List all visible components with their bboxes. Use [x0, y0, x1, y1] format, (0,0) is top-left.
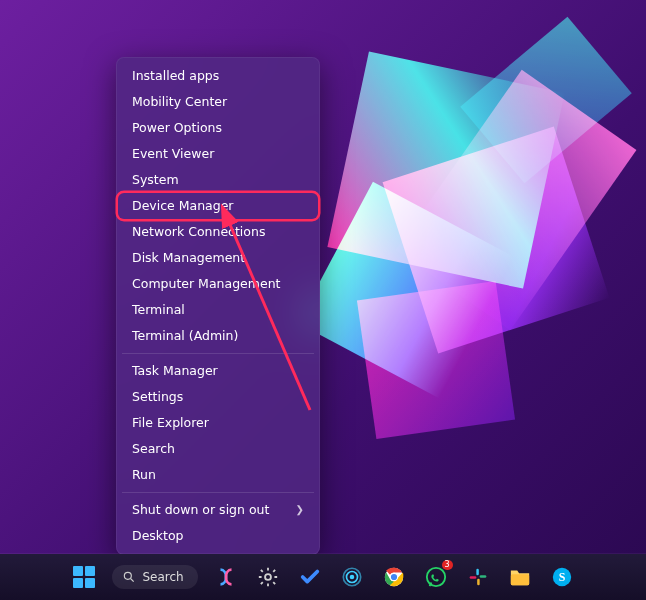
menu-item-shut-down-or-sign-out[interactable]: Shut down or sign out❯ — [118, 497, 318, 523]
menu-item-label: Power Options — [132, 121, 222, 135]
menu-item-label: Network Connections — [132, 225, 265, 239]
winx-context-menu: Installed appsMobility CenterPower Optio… — [116, 57, 320, 555]
menu-item-terminal[interactable]: Terminal — [118, 297, 318, 323]
chevron-right-icon: ❯ — [296, 503, 304, 517]
search-label: Search — [142, 570, 183, 584]
taskbar-icon-skype[interactable]: S — [548, 563, 576, 591]
menu-item-power-options[interactable]: Power Options — [118, 115, 318, 141]
menu-item-label: Desktop — [132, 529, 184, 543]
svg-point-3 — [265, 574, 271, 580]
menu-item-system[interactable]: System — [118, 167, 318, 193]
taskbar-icon-todo[interactable] — [296, 563, 324, 591]
svg-line-2 — [131, 579, 134, 582]
windows-logo-icon — [73, 566, 95, 588]
menu-item-terminal-admin-[interactable]: Terminal (Admin) — [118, 323, 318, 349]
wallpaper-art — [286, 30, 646, 460]
menu-item-label: Shut down or sign out — [132, 503, 269, 517]
taskbar-search[interactable]: Search — [112, 565, 197, 589]
menu-item-label: Run — [132, 468, 156, 482]
menu-item-label: Device Manager — [132, 199, 234, 213]
menu-item-label: Terminal — [132, 303, 185, 317]
svg-point-10 — [426, 568, 444, 586]
taskbar-icon-settings[interactable] — [254, 563, 282, 591]
menu-separator — [122, 353, 314, 354]
menu-item-label: Installed apps — [132, 69, 219, 83]
menu-item-event-viewer[interactable]: Event Viewer — [118, 141, 318, 167]
start-button[interactable] — [70, 563, 98, 591]
menu-item-task-manager[interactable]: Task Manager — [118, 358, 318, 384]
svg-rect-15 — [510, 574, 528, 585]
menu-item-file-explorer[interactable]: File Explorer — [118, 410, 318, 436]
menu-item-search[interactable]: Search — [118, 436, 318, 462]
taskbar-icon-chrome[interactable] — [380, 563, 408, 591]
menu-item-label: Disk Management — [132, 251, 245, 265]
notification-badge: 3 — [442, 560, 453, 570]
menu-item-label: File Explorer — [132, 416, 209, 430]
menu-item-run[interactable]: Run — [118, 462, 318, 488]
svg-point-4 — [349, 575, 354, 580]
menu-item-device-manager[interactable]: Device Manager — [118, 193, 318, 219]
menu-item-computer-management[interactable]: Computer Management — [118, 271, 318, 297]
menu-item-label: Terminal (Admin) — [132, 329, 238, 343]
menu-item-label: Mobility Center — [132, 95, 227, 109]
menu-item-label: Search — [132, 442, 175, 456]
menu-item-label: Computer Management — [132, 277, 280, 291]
menu-item-network-connections[interactable]: Network Connections — [118, 219, 318, 245]
menu-separator — [122, 492, 314, 493]
svg-rect-13 — [477, 579, 480, 586]
taskbar-icon-podcast[interactable] — [338, 563, 366, 591]
menu-item-installed-apps[interactable]: Installed apps — [118, 63, 318, 89]
svg-rect-11 — [476, 569, 479, 576]
menu-item-settings[interactable]: Settings — [118, 384, 318, 410]
menu-item-disk-management[interactable]: Disk Management — [118, 245, 318, 271]
menu-item-label: Task Manager — [132, 364, 218, 378]
taskbar: Search3S — [0, 554, 646, 600]
menu-item-label: System — [132, 173, 179, 187]
svg-rect-12 — [479, 575, 486, 578]
menu-item-label: Event Viewer — [132, 147, 214, 161]
taskbar-icon-copilot[interactable] — [212, 563, 240, 591]
menu-item-label: Settings — [132, 390, 183, 404]
svg-rect-14 — [469, 576, 476, 579]
search-icon — [122, 570, 136, 584]
taskbar-icon-whatsapp[interactable]: 3 — [422, 563, 450, 591]
svg-point-1 — [125, 572, 132, 579]
menu-item-desktop[interactable]: Desktop — [118, 523, 318, 549]
taskbar-icon-slack[interactable] — [464, 563, 492, 591]
svg-text:S: S — [558, 570, 565, 584]
taskbar-icon-file-explorer[interactable] — [506, 563, 534, 591]
menu-item-mobility-center[interactable]: Mobility Center — [118, 89, 318, 115]
